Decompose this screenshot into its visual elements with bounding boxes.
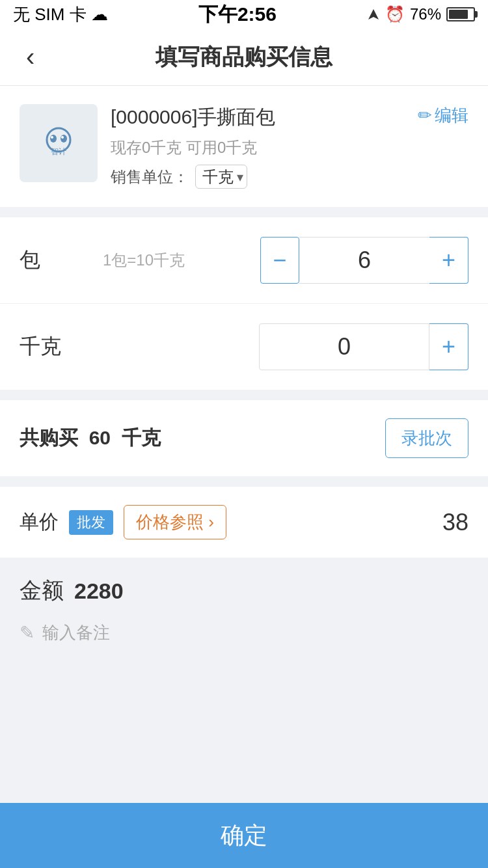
price-tag: 批发: [69, 510, 113, 535]
qty-plus-1[interactable]: +: [429, 237, 468, 284]
svg-point-4: [61, 136, 64, 139]
status-left: 无 SIM 卡 ☁: [13, 3, 108, 26]
location-icon: [367, 8, 380, 21]
price-section: 单价 批发 价格参照 › 38: [0, 487, 488, 558]
price-row: 单价 批发 价格参照 › 38: [20, 505, 468, 539]
sim-status: 无 SIM 卡 ☁: [13, 3, 108, 26]
unit-select[interactable]: 千克 包: [195, 165, 247, 189]
total-text: 共购买 60 千克: [20, 425, 161, 452]
alarm-icon: ⏰: [385, 5, 405, 23]
price-value: 38: [442, 509, 468, 536]
status-time: 下午2:56: [198, 1, 277, 28]
product-stock: 现存0千克 可用0千克: [111, 137, 468, 158]
svg-point-2: [61, 135, 67, 142]
main-content: 智计 [0000006]手撕面包 ✏ 编辑 现存0千克 可用0千克 销售单位： …: [0, 86, 488, 868]
product-unit-row: 销售单位： 千克 包: [111, 165, 468, 189]
qty-minus-1[interactable]: −: [260, 237, 299, 284]
note-placeholder[interactable]: 输入备注: [42, 621, 110, 644]
qty-label-2: 千克: [20, 332, 98, 361]
status-right: ⏰ 76%: [367, 5, 475, 23]
qty-controls-1: − +: [260, 237, 468, 284]
quantity-row-2: 千克 +: [0, 304, 488, 390]
amount-section: 金额 2280 ✎ 输入备注: [0, 558, 488, 644]
product-logo-icon: 智计: [36, 127, 81, 159]
status-bar: 无 SIM 卡 ☁ 下午2:56 ⏰ 76%: [0, 0, 488, 29]
svg-point-3: [51, 136, 53, 139]
note-row[interactable]: ✎ 输入备注: [20, 621, 468, 644]
svg-point-1: [50, 135, 57, 142]
product-info: [0000006]手撕面包 ✏ 编辑 现存0千克 可用0千克 销售单位： 千克 …: [111, 104, 468, 189]
product-card: 智计 [0000006]手撕面包 ✏ 编辑 现存0千克 可用0千克 销售单位： …: [0, 86, 488, 207]
amount-value: 2280: [74, 578, 124, 604]
qty-input-1[interactable]: [299, 237, 429, 284]
back-button[interactable]: ‹: [20, 36, 41, 78]
batch-button[interactable]: 录批次: [385, 418, 468, 458]
quantity-row-1: 包 1包=10千克 − +: [0, 217, 488, 304]
qty-hint-1: 1包=10千克: [103, 250, 260, 271]
product-image: 智计: [20, 104, 98, 182]
page-title: 填写商品购买信息: [156, 42, 332, 72]
total-section: 共购买 60 千克 录批次: [0, 400, 488, 476]
confirm-button[interactable]: 确定: [0, 803, 488, 868]
qty-controls-2: +: [259, 323, 468, 370]
amount-row: 金额 2280: [20, 576, 468, 606]
edit-note-icon: ✎: [20, 622, 34, 644]
price-ref-button[interactable]: 价格参照 ›: [124, 505, 226, 539]
product-name: [0000006]手撕面包: [111, 104, 275, 131]
quantity-section: 包 1包=10千克 − + 千克 +: [0, 217, 488, 390]
amount-label: 金额: [20, 576, 64, 606]
unit-label: 销售单位：: [111, 167, 189, 187]
price-label: 单价: [20, 509, 59, 536]
qty-plus-2[interactable]: +: [429, 323, 468, 370]
total-value: 60: [89, 427, 111, 448]
qty-input-2[interactable]: [259, 323, 429, 370]
battery-icon: [446, 7, 475, 21]
svg-text:智计: 智计: [51, 147, 66, 156]
qty-label-1: 包: [20, 246, 98, 275]
edit-button[interactable]: ✏ 编辑: [418, 104, 468, 127]
nav-bar: ‹ 填写商品购买信息: [0, 29, 488, 86]
battery-percent: 76%: [410, 5, 441, 23]
unit-select-wrapper[interactable]: 千克 包: [195, 165, 247, 189]
